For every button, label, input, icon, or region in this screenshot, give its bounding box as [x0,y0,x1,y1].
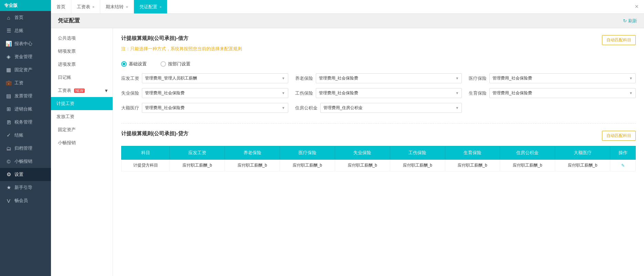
tab-home[interactable]: 首页 [51,0,71,13]
tab-salary-table-close[interactable]: × [92,5,94,9]
medical-select[interactable]: 管理费用_社会保险费 ▼ [489,73,636,83]
sidebar-item-label: 报表中心 [14,41,32,47]
guide-icon: ★ [6,184,12,191]
content-area: 公共选项 销项发票 进项发票 日记账 工资表 NEW ▼ 计提工资 发放工资 固… [51,28,644,276]
main-panel: 计提核算规则(公司承担)-借方 注：只能选择一种方式，系统将按照您当前的选择来配… [113,28,644,276]
sidebar-item-stock[interactable]: ⊞ 进销台账 [0,103,51,116]
debit-form-grid: 应发工资 管理费用_管理人员职工薪酬 ▼ 养老保险 管理费用_社会保险费 ▼ [121,73,636,113]
left-nav-salary-list[interactable]: 工资表 NEW ▼ [51,84,113,97]
col-maternity: 生育保险 [445,146,500,160]
sidebar-item-ledger[interactable]: ☰ 总账 [0,24,51,37]
dept-settings-radio[interactable]: 按部门设置 [160,61,190,67]
window-close-button[interactable]: × [629,0,644,13]
salary-select[interactable]: 管理费用_管理人员职工薪酬 ▼ [142,73,288,83]
left-nav-sales-invoice[interactable]: 销项发票 [51,45,113,58]
maternity-chevron-icon: ▼ [629,91,633,95]
form-item-salary: 应发工资 管理费用_管理人员职工薪酬 ▼ [121,73,288,83]
left-nav-pay-salary[interactable]: 发放工资 [51,110,113,123]
tab-voucher-config-label: 凭证配置 [139,4,157,10]
credit-section-title: 计提核算规则(公司承担)-贷方 [121,130,188,137]
left-nav-expense[interactable]: 小畅报销 [51,136,113,149]
housing-select[interactable]: 管理费用_住房公积金 ▼ [320,103,462,113]
new-badge: NEW [74,88,85,93]
sidebar-item-xiaochang[interactable]: © 小畅报销 [0,155,51,168]
tab-period-close[interactable]: 期末结转 × [100,0,134,13]
medical-select-value: 管理费用_社会保险费 [492,75,532,81]
settle-icon: ✓ [6,132,12,138]
sidebar-item-vip[interactable]: V 畅会员 [0,194,51,207]
cell-unemployment: 应付职工薪酬_b [335,160,390,171]
credit-auto-match-button[interactable]: 自动匹配科目 [602,131,636,141]
maternity-label: 生育保险 [469,90,487,96]
sidebar-item-label: 资金管理 [14,54,32,60]
col-pension: 养老保险 [225,146,280,160]
settings-mode-radio-group: 基础设置 按部门设置 [121,61,636,67]
page-title: 凭证配置 [58,17,80,24]
left-nav-calc-salary[interactable]: 计提工资 [51,97,113,110]
cell-pension: 应付职工薪酬_b [225,160,280,171]
left-nav-purchase-invoice[interactable]: 进项发票 [51,58,113,71]
col-subject: 科目 [122,146,170,160]
section-divider [121,123,636,124]
major-medical-label: 大额医疗 [121,105,139,111]
invoice-icon: ▤ [6,93,12,99]
vip-icon: V [6,198,12,204]
sidebar-item-salary[interactable]: 💼 工资 [0,76,51,89]
sidebar-item-settings[interactable]: ⚙ 设置 [0,168,51,181]
cell-action[interactable]: ✎ [610,160,636,171]
settings-icon: ⚙ [6,171,12,178]
brand-header: 专业版 [0,0,51,11]
salary-label: 应发工资 [121,75,139,82]
unemployment-select[interactable]: 管理费用_社会保险费 ▼ [142,88,288,98]
debit-section-note: 注：只能选择一种方式，系统将按照您当前的选择来配置规则 [121,46,242,52]
tab-salary-table[interactable]: 工资表 × [71,0,100,13]
form-item-injury: 工伤保险 管理费用_社会保险费 ▼ [295,88,462,98]
brand-label: 专业版 [4,2,18,9]
maternity-select[interactable]: 管理费用_社会保险费 ▼ [489,88,636,98]
housing-chevron-icon: ▼ [455,106,459,110]
cell-maternity: 应付职工薪酬_b [445,160,500,171]
major-medical-select[interactable]: 管理费用_社会保险费 ▼ [142,103,288,113]
sidebar-item-assets[interactable]: ▦ 固定资产 [0,63,51,76]
left-nav-diary[interactable]: 日记账 [51,71,113,84]
credit-header-row: 计提核算规则(公司承担)-贷方 自动匹配科目 [121,130,636,141]
form-item-major-medical: 大额医疗 管理费用_社会保险费 ▼ [121,103,288,113]
sidebar-item-tax[interactable]: 🖹 税务管理 [0,116,51,129]
sidebar-item-settle[interactable]: ✓ 结账 [0,129,51,142]
page-header: 凭证配置 ↻ 刷新 [51,14,644,28]
main-area: 首页 工资表 × 期末结转 × 凭证配置 × × 凭证配置 ↻ 刷新 公共选项 … [51,0,644,276]
left-nav-fixed-assets[interactable]: 固定资产 [51,123,113,136]
credit-section: 计提核算规则(公司承担)-贷方 自动匹配科目 科目 应发工资 养老保险 医疗保险… [121,130,636,171]
refresh-button[interactable]: ↻ 刷新 [623,18,637,24]
xiaochang-icon: © [6,159,12,164]
tab-period-close-label: 期末结转 [106,4,124,10]
left-nav-public[interactable]: 公共选项 [51,32,113,45]
sidebar-item-home[interactable]: ⌂ 首页 [0,11,51,24]
basic-settings-radio[interactable]: 基础设置 [121,61,147,67]
sidebar-item-guide[interactable]: ★ 新手引导 [0,181,51,194]
col-major-medical: 大额医疗 [555,146,610,160]
injury-select[interactable]: 管理费用_社会保险费 ▼ [316,88,462,98]
debit-auto-match-button[interactable]: 自动匹配科目 [602,35,636,45]
tab-voucher-config-close[interactable]: × [159,5,162,9]
sidebar-item-funds[interactable]: ◈ 资金管理 [0,50,51,63]
sidebar-item-invoice[interactable]: ▤ 发票管理 [0,89,51,103]
debit-section-title: 计提核算规则(公司承担)-借方 [121,35,242,42]
credit-table: 科目 应发工资 养老保险 医疗保险 失业保险 工伤保险 生育保险 住房公积金 大… [121,146,636,171]
salary-select-value: 管理费用_管理人员职工薪酬 [145,75,197,81]
sidebar-item-archive[interactable]: 🗂 归档管理 [0,142,51,155]
tab-period-close-close[interactable]: × [126,5,128,9]
sidebar-item-label: 税务管理 [14,119,32,125]
sidebar-item-report[interactable]: 📊 报表中心 [0,37,51,50]
expand-icon: ▼ [104,88,108,93]
unemployment-select-value: 管理费用_社会保险费 [145,90,185,96]
tab-voucher-config[interactable]: 凭证配置 × [134,0,167,13]
home-icon: ⌂ [6,15,12,21]
tab-bar: 首页 工资表 × 期末结转 × 凭证配置 × × [51,0,644,14]
archive-icon: 🗂 [6,146,12,151]
left-nav: 公共选项 销项发票 进项发票 日记账 工资表 NEW ▼ 计提工资 发放工资 固… [51,28,113,276]
cell-injury: 应付职工薪酬_b [390,160,445,171]
pension-select[interactable]: 管理费用_社会保险费 ▼ [316,73,462,83]
injury-select-value: 管理费用_社会保险费 [319,90,359,96]
col-unemployment: 失业保险 [335,146,390,160]
